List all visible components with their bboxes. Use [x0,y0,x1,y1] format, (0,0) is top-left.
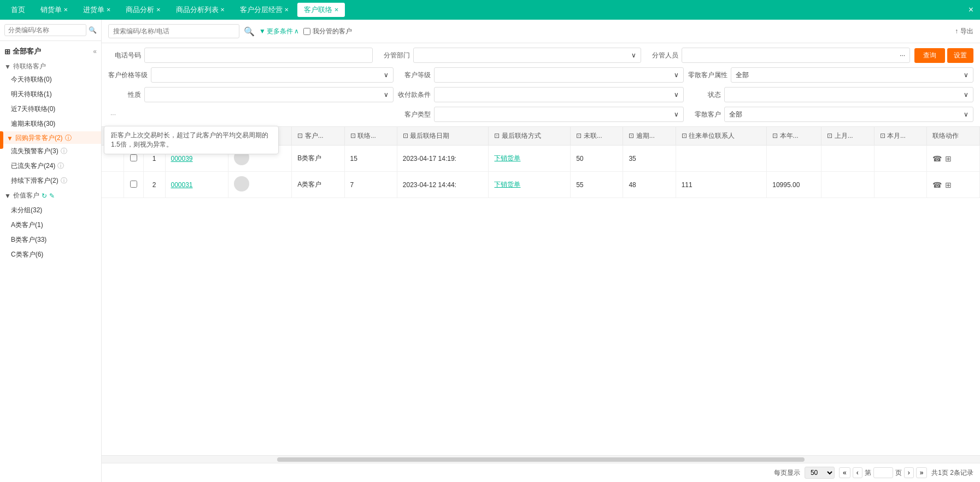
status-select[interactable]: ∨ [724,87,973,102]
phone-input[interactable] [144,48,373,63]
nav-purchase[interactable]: 进货单 × [77,3,117,17]
row1-category: B类客户 [292,146,344,172]
sidebar-section-repurchase[interactable]: ▼ 回购异常客户(2) ⓘ [0,131,101,144]
page-number-input[interactable]: 1 [873,467,893,478]
nav-product-analysis-list[interactable]: 商品分析列表 × [169,3,231,17]
row2-last-date: 2023-04-12 14:44: [397,172,489,198]
row1-last-month [821,146,874,172]
filter-cell-person: 分管人员 ··· [645,48,910,63]
filter-row-2: 客户价格等级 ∨ 客户等级 ∨ 零散客户属性 全部 [108,67,973,83]
sidebar-item-c-class[interactable]: C类客户(6) [0,247,101,262]
customer-level-select[interactable]: ∨ [434,67,683,83]
main-search-input[interactable] [108,24,239,38]
sidebar-all-customers[interactable]: ⊞ 全部客户 « [0,43,101,60]
info-icon: ⓘ [65,133,72,143]
nav-sales[interactable]: 销货单 × [34,3,74,17]
filter-actions: 查询 设置 [914,48,973,63]
row1-code-link[interactable]: 000039 [171,155,193,162]
sidebar-item-lost[interactable]: 已流失客户(24) ⓘ [0,159,101,173]
horizontal-scrollbar[interactable] [102,455,980,463]
window-close-button[interactable]: × [969,5,973,15]
dept-select[interactable]: ∨ [413,48,642,63]
sidebar-item-a-class[interactable]: A类客户(1) [0,218,101,233]
customer-type-select[interactable]: ∨ [434,107,683,122]
th-last-contact-date: ⊡ 最后联络日期 [397,127,489,146]
row2-method-link[interactable]: 下销货单 [494,181,520,188]
filter-row-4: ··· 客户类型 ∨ 零散客户 全部 ∨ [108,107,973,122]
top-navigation: 首页 销货单 × 进货单 × 商品分析 × 商品分析列表 × 客户分层经营 × … [0,0,980,20]
sidebar-item-7days[interactable]: 近7天待联络(0) [0,102,101,117]
row1-method-link[interactable]: 下销货单 [494,154,520,162]
row2-last-month [821,172,874,198]
sidebar-item-overdue[interactable]: 逾期未联络(30) [0,117,101,131]
tooltip-box: 距客户上次交易时长，超过了此客户的平均交易周期的1.5倍，则视为异常。 [104,126,279,154]
filter-row-1: 电话号码 分管部门 ∨ 分管人员 ··· [108,48,973,63]
collapse-icon[interactable]: « [93,48,97,55]
sidebar-item-b-class[interactable]: B类客户(33) [0,233,101,247]
sidebar-value-customers-group[interactable]: ▼ 价值客户 ↻ ✎ [0,188,101,203]
row2-code-link[interactable]: 000031 [171,181,193,189]
row1-phone-icon[interactable]: ☎ [932,154,942,163]
edit-icon[interactable]: ✎ [49,192,55,200]
row1-select[interactable] [130,154,137,161]
next-page-btn[interactable]: › [904,467,914,478]
row1-not-contacted: 50 [571,146,623,172]
query-button[interactable]: 查询 [914,48,945,63]
refresh-icon[interactable]: ↻ [42,192,47,200]
row2-more-icon[interactable]: ⊞ [945,181,952,189]
row2-avatar [234,176,249,191]
export-button[interactable]: ↑ 导出 [955,27,973,36]
prev-page-btn[interactable]: ‹ [853,467,862,478]
repurchase-section-label: 回购异常客户(2) [15,133,63,143]
retail-customer-select[interactable]: 全部 ∨ [724,107,973,122]
per-page-select[interactable]: 50 100 [805,467,835,479]
ellipsis-btn[interactable]: ··· [108,111,118,118]
last-page-btn[interactable]: » [916,467,928,478]
row1-more-icon[interactable]: ⊞ [945,154,952,163]
nav-home[interactable]: 首页 [4,3,32,17]
row1-this-year [767,146,821,172]
nav-customer-contact[interactable]: 客户联络 × [297,3,345,17]
row1-contact: 15 [344,146,397,172]
all-customers-label: 全部客户 [13,47,41,56]
filter-cell-dept: 分管部门 ∨ [377,48,642,63]
row2-not-contacted: 55 [571,172,623,198]
settings-button[interactable]: 设置 [947,48,973,63]
payment-label: 收付款条件 [398,90,431,100]
scrollbar-thumb[interactable] [277,457,804,462]
sidebar-item-at-risk[interactable]: 流失预警客户(3) ⓘ [0,144,101,159]
first-page-btn[interactable]: « [839,467,850,478]
per-page-label: 每页显示 [774,468,800,478]
nav-product-analysis[interactable]: 商品分析 × [119,3,167,17]
sidebar-item-tomorrow[interactable]: 明天待联络(1) [0,87,101,102]
dept-label: 分管部门 [377,51,410,60]
more-conditions-btn[interactable]: ▼ 更多条件 ∧ [259,27,299,36]
row2-select[interactable] [130,181,137,188]
main-search-button[interactable]: 🔍 [244,26,255,37]
row2-this-month [874,172,926,198]
th-overdue: ⊡ 逾期... [623,127,676,146]
my-customer-text: 我分管的客户 [313,27,352,36]
sidebar-item-declining[interactable]: 持续下滑客户(2) ⓘ [0,173,101,188]
sidebar-item-today[interactable]: 今天待联络(0) [0,72,101,87]
sidebar-item-unassigned[interactable]: 未分组(32) [0,203,101,218]
my-customer-checkbox-label[interactable]: 我分管的客户 [303,27,352,36]
price-level-chevron: ∨ [384,71,389,79]
row2-phone-icon[interactable]: ☎ [932,181,942,189]
retail-customer-label: 零散客户 [688,110,721,119]
person-ellipsis: ··· [900,51,905,59]
payment-select[interactable]: ∨ [434,87,683,102]
total-records-label: 共1页 2条记录 [931,468,973,478]
gender-select[interactable]: ∨ [144,87,394,102]
filter-cell-customer-level: 客户等级 ∨ [398,67,683,83]
sidebar-search-icon[interactable]: 🔍 [89,26,97,34]
person-select[interactable]: ··· [682,48,910,63]
row1-overdue: 35 [623,146,676,172]
row2-settings [102,172,124,198]
my-customer-checkbox[interactable] [303,28,310,35]
nav-customer-segment[interactable]: 客户分层经营 × [233,3,295,17]
th-this-month: ⊡ 本月... [874,127,926,146]
sidebar-search-input[interactable] [4,24,86,36]
price-level-select[interactable]: ∨ [151,67,394,83]
retail-attr-select[interactable]: 全部 ∨ [731,67,973,83]
